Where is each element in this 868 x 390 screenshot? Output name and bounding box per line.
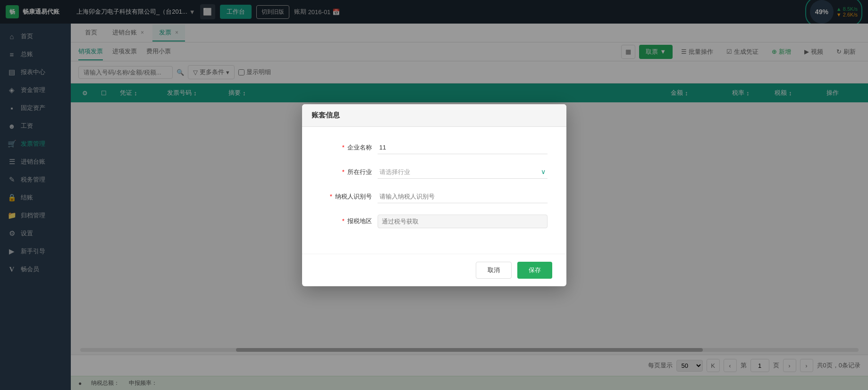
required-mark-tax: * (330, 193, 332, 200)
form-row-tax-region: * 报税地区 (321, 215, 548, 228)
save-button[interactable]: 保存 (517, 262, 552, 279)
industry-select-wrap: 请选择行业 ∨ (378, 166, 548, 179)
modal-title: 账套信息 (302, 104, 566, 127)
tax-region-label: * 报税地区 (321, 217, 378, 225)
required-mark-industry: * (342, 168, 345, 175)
tax-id-label: * 纳税人识别号 (321, 192, 378, 201)
required-mark-region: * (342, 217, 345, 224)
cancel-button[interactable]: 取消 (476, 262, 512, 279)
account-info-modal: 账套信息 * 企业名称 * 所在行业 请选择行业 (302, 104, 566, 286)
tax-id-input[interactable] (378, 190, 548, 203)
form-row-company: * 企业名称 (321, 141, 548, 154)
modal-overlay[interactable]: 账套信息 * 企业名称 * 所在行业 请选择行业 (0, 0, 868, 390)
modal-footer: 取消 保存 (302, 254, 566, 286)
company-name-input[interactable] (378, 141, 548, 154)
industry-dropdown-arrow: ∨ (541, 168, 546, 175)
form-row-tax-id: * 纳税人识别号 (321, 190, 548, 203)
industry-select[interactable]: 请选择行业 (378, 166, 548, 178)
company-name-label: * 企业名称 (321, 143, 378, 152)
required-mark: * (342, 144, 345, 151)
modal-body: * 企业名称 * 所在行业 请选择行业 ∨ (302, 127, 566, 254)
form-row-industry: * 所在行业 请选择行业 ∨ (321, 166, 548, 179)
industry-label: * 所在行业 (321, 168, 378, 176)
tax-region-input (378, 215, 548, 228)
